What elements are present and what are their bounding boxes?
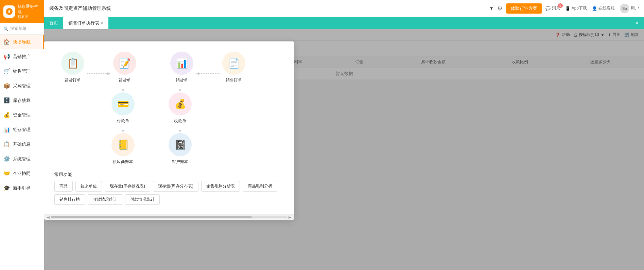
- node-sales-slip[interactable]: 📊 销货单: [170, 52, 193, 83]
- payment-slip-label: 付款单: [117, 118, 129, 124]
- chevron-down-icon: ▼: [489, 6, 494, 11]
- func-btn-stock-status[interactable]: 现存量(库存状况表): [105, 181, 150, 192]
- purchase-order-icon: 📋: [61, 52, 84, 75]
- func-btn-receipt-stats[interactable]: 收款情况统计: [88, 194, 122, 205]
- payment-slip-icon: 💳: [111, 92, 135, 115]
- sidebar-item-marketing[interactable]: 📢 营销推广: [0, 49, 44, 64]
- flow-arrows-down: ▼ ▼: [54, 83, 284, 92]
- service-icon: 👤: [592, 6, 597, 11]
- popup-scrollbar: ◀ ▶: [44, 214, 294, 220]
- user-item[interactable]: Ea 用户: [620, 4, 639, 13]
- sales-icon: 🛒: [3, 68, 10, 74]
- sidebar-item-system[interactable]: ⚙️ 系统管理: [0, 151, 44, 166]
- flow-row3: 📒 供应商账本 📓 客户账本: [54, 133, 284, 168]
- message-icon: 💬: [545, 6, 551, 11]
- node-receipt-slip[interactable]: 💰 收款单: [169, 92, 192, 124]
- purchase-order-label: 进货订单: [65, 77, 81, 83]
- main-area: 装备及固定资产辅助管理系统 ▼ ⚙ 体验行业方案 💬 消息 5 📱 App下载 …: [44, 0, 644, 270]
- func-btn-product-margin[interactable]: 商品毛利分析: [243, 181, 277, 192]
- func-btn-partner[interactable]: 往来单位: [75, 181, 102, 192]
- sidebar: 6 畅康通好生意 标准版 🔍 搜索菜单 🏠 快捷导航 📢 营销推广 🛒: [0, 0, 44, 270]
- tab-home[interactable]: 首页: [44, 17, 63, 29]
- purchase-slip-label: 进货单: [119, 77, 131, 83]
- func-btn-sales-ranking[interactable]: 销售排行榜: [54, 194, 85, 205]
- sidebar-search[interactable]: 🔍 搜索菜单: [0, 23, 44, 35]
- base-info-icon: 📋: [3, 141, 10, 147]
- sidebar-item-base-info[interactable]: 📋 基础信息: [0, 137, 44, 151]
- function-buttons-row1: 商品 往来单位 现存量(库存状况表) 现存量(库存分布表) 销售毛利分析表 商品…: [54, 181, 284, 192]
- tab-sales-order[interactable]: 销售订单执行表 ×: [63, 17, 108, 29]
- newbie-icon: 🎓: [3, 185, 10, 191]
- sidebar-item-enterprise[interactable]: 🤝 企业协同: [0, 166, 44, 181]
- sidebar-item-operations[interactable]: 📊 经营管理: [0, 122, 44, 137]
- customer-account-icon: 📓: [169, 133, 192, 156]
- sidebar-item-newbie[interactable]: 🎓 新手引导: [0, 181, 44, 195]
- topbar-right: 💬 消息 5 📱 App下载 👤 在线客服 Ea 用户: [545, 4, 639, 13]
- node-purchase-order[interactable]: 📋 进货订单: [61, 52, 84, 83]
- sidebar-item-purchase[interactable]: 📦 采购管理: [0, 78, 44, 93]
- logo-text: 畅康通好生意 标准版: [18, 4, 40, 19]
- flow-diagram: 📋 进货订单 ▶: [54, 48, 284, 168]
- avatar: Ea: [620, 4, 629, 13]
- topbar: 装备及固定资产辅助管理系统 ▼ ⚙ 体验行业方案 💬 消息 5 📱 App下载 …: [44, 0, 644, 17]
- node-payment-slip[interactable]: 💳 付款单: [111, 92, 135, 124]
- arrow-down2: ▼: [169, 83, 192, 92]
- receipt-slip-icon: 💰: [169, 92, 192, 115]
- close-window-button[interactable]: ×: [630, 17, 644, 29]
- sales-slip-icon: 📊: [170, 52, 193, 75]
- system-title: 装备及固定资产辅助管理系统: [49, 5, 486, 12]
- function-buttons-row2: 销售排行榜 收款情况统计 付款情况统计: [54, 194, 284, 205]
- marketing-icon: 📢: [3, 53, 10, 60]
- operations-icon: 📊: [3, 126, 10, 133]
- tab-close-button[interactable]: ×: [101, 21, 103, 25]
- sidebar-logo: 6 畅康通好生意 标准版: [0, 0, 44, 23]
- common-functions-title: 常用功能: [54, 172, 284, 178]
- node-sales-order[interactable]: 📄 销售订单: [222, 52, 245, 83]
- purchase-slip-icon: 📝: [113, 52, 136, 75]
- inventory-icon: 🗄️: [3, 97, 10, 104]
- node-customer-account[interactable]: 📓 客户账本: [169, 133, 192, 165]
- receipt-slip-label: 收款单: [174, 118, 186, 124]
- func-btn-stock-dist[interactable]: 现存量(库存分布表): [153, 181, 198, 192]
- flow-row1: 📋 进货订单 ▶: [54, 48, 284, 83]
- logo-icon: 6: [3, 5, 15, 18]
- scrollbar-thumb: [51, 216, 252, 218]
- scrollbar-left-arrow[interactable]: ◀: [46, 215, 51, 219]
- experience-button[interactable]: 体验行业方案: [506, 3, 542, 14]
- scrollbar-track[interactable]: [51, 216, 288, 218]
- customer-account-label: 客户账本: [172, 159, 188, 165]
- arrow-h2: ◀: [193, 71, 222, 76]
- sales-slip-label: 销货单: [176, 77, 188, 83]
- svg-text:6: 6: [8, 10, 10, 14]
- content-area: ❓ 帮助 🖨 按模板打印 ▼ ⬆ 导出 🔄 刷新: [44, 29, 644, 270]
- node-supplier-account[interactable]: 📒 供应商账本: [111, 133, 135, 165]
- arrow-down1: ▼: [111, 83, 135, 92]
- sidebar-item-finance[interactable]: 💰 资金管理: [0, 108, 44, 122]
- system-dropdown[interactable]: ▼: [489, 6, 494, 11]
- popup-overlay[interactable]: 📋 进货订单 ▶: [44, 29, 644, 270]
- purchase-icon: 📦: [3, 83, 10, 89]
- func-btn-product[interactable]: 商品: [54, 181, 73, 192]
- supplier-account-label: 供应商账本: [113, 159, 133, 165]
- arrow-down4: ▼: [169, 124, 192, 133]
- sales-order-label: 销售订单: [226, 77, 242, 83]
- settings-icon[interactable]: ⚙: [497, 5, 503, 12]
- flow-row2: 💳 付款单 💰 收款单: [54, 92, 284, 124]
- app-download-item[interactable]: 📱 App下载: [565, 5, 587, 11]
- message-badge: 5: [558, 3, 563, 8]
- sidebar-item-sales[interactable]: 🛒 销售管理: [0, 64, 44, 78]
- system-icon: ⚙️: [3, 156, 10, 162]
- scrollbar-right-arrow[interactable]: ▶: [288, 215, 292, 219]
- message-item[interactable]: 💬 消息 5: [545, 5, 560, 11]
- func-btn-sales-margin[interactable]: 销售毛利分析表: [201, 181, 240, 192]
- sidebar-item-inventory[interactable]: 🗄️ 库存核算: [0, 93, 44, 108]
- node-purchase-slip[interactable]: 📝 进货单: [113, 52, 136, 83]
- supplier-account-icon: 📒: [111, 133, 135, 156]
- func-btn-payment-stats[interactable]: 付款情况统计: [125, 194, 160, 205]
- popup-box: 📋 进货订单 ▶: [44, 41, 294, 220]
- online-service-item[interactable]: 👤 在线客服: [592, 5, 615, 11]
- sidebar-item-quick-nav[interactable]: 🏠 快捷导航: [0, 35, 44, 49]
- finance-icon: 💰: [3, 112, 10, 118]
- download-icon: 📱: [565, 6, 570, 11]
- enterprise-icon: 🤝: [3, 170, 10, 177]
